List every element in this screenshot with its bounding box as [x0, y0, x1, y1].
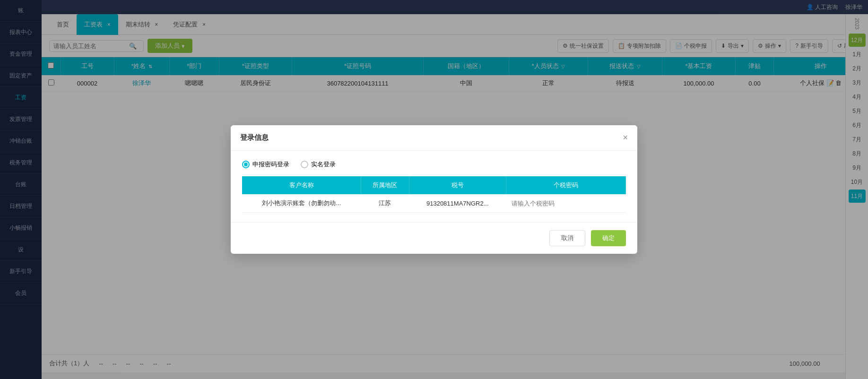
dialog-account-table: 客户名称 所属地区 税号 个税密码 刘小艳演示账套（勿删勿动... 江苏: [242, 176, 626, 213]
dialog-table-header: 客户名称 所属地区 税号 个税密码: [242, 176, 626, 194]
dialog-overlay: 登录信息 × 申报密码登录 实名登录 客户名称: [0, 0, 868, 379]
dialog-body: 申报密码登录 实名登录 客户名称 所属地区 税号 个税密码: [231, 151, 637, 222]
cancel-button[interactable]: 取消: [549, 230, 585, 246]
dialog-close-button[interactable]: ×: [623, 133, 628, 143]
dialog-col-password: 个税密码: [506, 176, 625, 194]
radio-password-login[interactable]: 申报密码登录: [242, 160, 289, 169]
dialog-cell-client-name: 刘小艳演示账套（勿删勿动...: [242, 194, 361, 213]
login-method-radio-group: 申报密码登录 实名登录: [242, 160, 626, 169]
confirm-button[interactable]: 确定: [591, 230, 626, 246]
dialog-col-region: 所属地区: [361, 176, 409, 194]
dialog-col-tax-no: 税号: [409, 176, 506, 194]
dialog-col-client-name: 客户名称: [242, 176, 361, 194]
dialog-cell-region: 江苏: [361, 194, 409, 213]
radio-password-circle: [242, 161, 250, 168]
dialog-table-row: 刘小艳演示账套（勿删勿动... 江苏 91320811MA7NGR2...: [242, 194, 626, 213]
radio-realname-circle: [301, 161, 308, 168]
dialog-cell-password[interactable]: [506, 194, 625, 213]
dialog-header: 登录信息 ×: [231, 125, 637, 151]
radio-realname-login[interactable]: 实名登录: [301, 160, 336, 169]
dialog-cell-tax-no: 91320811MA7NGR2...: [409, 194, 506, 213]
dialog-footer: 取消 确定: [231, 222, 637, 254]
tax-password-input[interactable]: [512, 200, 620, 207]
login-info-dialog: 登录信息 × 申报密码登录 实名登录 客户名称: [231, 125, 637, 254]
dialog-title: 登录信息: [240, 133, 269, 142]
